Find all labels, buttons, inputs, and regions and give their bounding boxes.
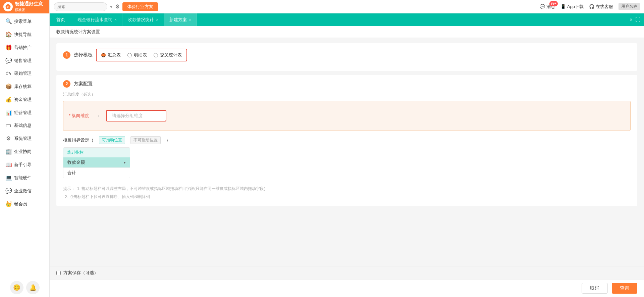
column-chevron-icon[interactable]: ▾	[124, 160, 126, 165]
sidebar-item-enterprise[interactable]: 🏢 企业协同	[0, 145, 49, 158]
message-badge: 99+	[549, 1, 558, 6]
dimension-select-placeholder: 请选择分组维度	[112, 113, 143, 118]
enterprise-icon: 🏢	[5, 148, 11, 155]
new-plan-tab-label: 新建方案	[169, 17, 187, 23]
new-plan-close-icon[interactable]: ×	[189, 17, 191, 22]
radio-summary-input[interactable]	[101, 53, 106, 57]
message-btn[interactable]: 💬 消息 99+	[540, 4, 555, 10]
draggable-tag: 可拖动位置	[99, 136, 125, 144]
collection-stats-close-icon[interactable]: ×	[156, 17, 158, 22]
sidebar-item-operation[interactable]: 📊 经营管理	[0, 106, 49, 119]
tab-close-all-icon[interactable]: ×	[630, 17, 633, 23]
sidebar-bottom-btn-2[interactable]: 🔔	[26, 281, 40, 294]
finance-icon: 💰	[5, 96, 11, 103]
save-label: 方案保存（可选）	[63, 270, 98, 276]
step1-badge: 1	[63, 51, 70, 59]
sidebar-item-quick-nav[interactable]: 🏠 快捷导航	[0, 28, 49, 41]
cash-bank-close-icon[interactable]: ×	[114, 17, 117, 22]
tab-collection-stats[interactable]: 收款情况统计 ×	[122, 13, 164, 26]
sidebar-item-label: 基础信息	[14, 122, 32, 129]
sidebar-item-guide[interactable]: 📖 新手引导	[0, 158, 49, 171]
stats-table-header: 统计指标	[63, 148, 130, 157]
radio-summary[interactable]: 汇总表	[101, 52, 121, 58]
tip2-text: 2. 点击标题栏下拉可设置排序、插入列和删除列	[65, 193, 150, 201]
tip1: 提示： 1. 拖动标题栏可以调整布局，不可跨维度或指标区域拖动栏目字段(只能在同…	[63, 185, 631, 193]
radio-detail-input[interactable]	[127, 53, 132, 57]
non-draggable-tag: 不可拖动位置	[130, 136, 161, 144]
tab-maximize-icon[interactable]: ⛶	[635, 17, 641, 23]
save-checkbox[interactable]	[56, 271, 61, 275]
step2-title: 方案配置	[74, 81, 93, 87]
sidebar-bottom-btn-1[interactable]: 😊	[10, 281, 23, 294]
sidebar-item-purchase[interactable]: 🛍 采购管理	[0, 67, 49, 80]
step1-header: 1 选择模板 汇总表 明细表 交叉统计表	[63, 49, 631, 61]
radio-cross[interactable]: 交叉统计表	[154, 52, 182, 58]
sidebar-item-marketing[interactable]: 🎁 营销推广	[0, 41, 49, 54]
radio-detail[interactable]: 明细表	[127, 52, 147, 58]
logo-icon: 好	[3, 2, 13, 11]
sidebar-item-label: 经营管理	[14, 110, 32, 116]
app-edition: 标准版	[15, 8, 43, 12]
dimension-area: * 纵向维度 → 请选择分组维度	[63, 101, 631, 131]
svg-text:好: 好	[6, 6, 9, 8]
radio-cross-label: 交叉统计表	[160, 52, 182, 58]
breadcrumb-text: 收款情况统计方案设置	[56, 29, 100, 34]
stats-table-data-row: 合计	[63, 167, 130, 178]
sidebar-item-label: 库存核算	[14, 84, 32, 90]
metrics-config: 模板指标设定（可拖动位置不可拖动位置） 统计指标 收款金额 ▾ 合计	[63, 136, 631, 179]
online-service-label: 在线客服	[596, 4, 613, 10]
sidebar-item-hardware[interactable]: 💻 智能硬件	[0, 171, 49, 184]
sidebar-item-wechat[interactable]: 💬 企业微信	[0, 184, 49, 197]
tab-home[interactable]: 首页	[50, 13, 72, 26]
dimension-label-text: 汇总维度（必选）	[63, 92, 95, 97]
sidebar-item-label: 资金管理	[14, 97, 32, 103]
inventory-icon: 📦	[5, 83, 11, 90]
online-service-btn[interactable]: 🎧 在线客服	[589, 4, 613, 10]
app-download-icon: 📱	[560, 4, 566, 9]
sidebar-item-inventory[interactable]: 📦 库存核算	[0, 80, 49, 93]
save-row: 方案保存（可选）	[50, 266, 644, 279]
step2-badge: 2	[63, 80, 70, 88]
dimension-select-box[interactable]: 请选择分组维度	[106, 110, 166, 121]
sales-icon: 💬	[5, 57, 11, 64]
sidebar-item-label: 搜索菜单	[14, 18, 32, 24]
sidebar-item-label: 营销推广	[14, 45, 32, 51]
tip2: 2. 点击标题栏下拉可设置排序、插入列和删除列	[63, 193, 631, 201]
message-icon: 💬	[540, 4, 545, 9]
sidebar-item-finance[interactable]: 💰 资金管理	[0, 93, 49, 106]
logo: 好 畅捷通好生意 标准版	[0, 0, 49, 13]
search-input[interactable]	[54, 2, 107, 11]
sidebar-item-label: 企业协同	[14, 149, 32, 155]
hardware-icon: 💻	[5, 175, 11, 181]
arrow-icon: →	[95, 112, 101, 119]
cancel-button[interactable]: 取消	[582, 283, 608, 294]
tab-cash-bank[interactable]: 现金银行流水查询 ×	[72, 13, 122, 26]
step2-header: 2 方案配置	[63, 80, 631, 88]
sidebar-item-label: 企业微信	[14, 188, 32, 194]
radio-cross-input[interactable]	[154, 53, 158, 57]
trial-btn[interactable]: 体验行业方案	[122, 2, 158, 11]
radio-detail-label: 明细表	[134, 52, 147, 58]
dimension-row: * 纵向维度 → 请选择分组维度	[69, 110, 625, 121]
sidebar-item-system[interactable]: ⚙ 系统管理	[0, 132, 49, 145]
stats-table-column-row[interactable]: 收款金额 ▾	[63, 157, 130, 167]
guide-icon: 📖	[5, 161, 11, 168]
app-download-btn[interactable]: 📱 App下载	[560, 4, 584, 10]
member-icon: 👑	[5, 201, 11, 207]
footer: 取消 查询	[50, 279, 644, 297]
settings-icon[interactable]: ⚙	[115, 3, 120, 10]
home-tab-label: 首页	[56, 17, 65, 23]
tab-new-plan[interactable]: 新建方案 ×	[164, 13, 197, 26]
stats-table: 统计指标 收款金额 ▾ 合计	[63, 147, 130, 178]
sidebar-item-sales[interactable]: 💬 销售管理	[0, 54, 49, 67]
user-name[interactable]: 用户名称	[619, 3, 640, 10]
sidebar-item-basic[interactable]: 🗃 基础信息	[0, 119, 49, 132]
tab-bar-right: × ⛶	[626, 13, 644, 26]
sidebar-item-member[interactable]: 👑 畅会员	[0, 197, 49, 210]
search-dropdown-icon[interactable]: ▾	[110, 4, 112, 9]
collection-stats-tab-label: 收款情况统计	[128, 17, 154, 23]
system-icon: ⚙	[5, 135, 11, 142]
query-button[interactable]: 查询	[612, 283, 637, 294]
sidebar-item-search-menu[interactable]: 🔍 搜索菜单	[0, 15, 49, 28]
metrics-label-suffix: ）	[166, 137, 170, 143]
